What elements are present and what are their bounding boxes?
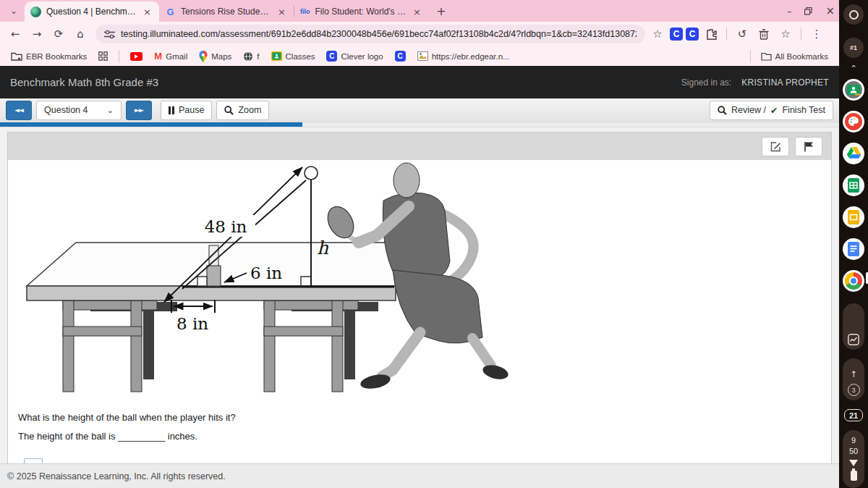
site-controls-icon[interactable] xyxy=(104,30,115,39)
tab-search-chevron-icon[interactable]: ⌄ xyxy=(4,1,23,20)
url-text: testing.illuminateed.com/assessment/691b… xyxy=(121,29,637,39)
answer-prefix: The height of the ball is xyxy=(18,431,115,442)
arts-palette-icon[interactable] xyxy=(843,111,864,132)
new-tab-button[interactable]: + xyxy=(432,1,451,20)
trash-icon[interactable] xyxy=(754,25,773,43)
magnifier-icon xyxy=(224,106,234,115)
flag-button[interactable] xyxy=(795,137,822,156)
answer-input[interactable] xyxy=(24,458,43,463)
globe-icon xyxy=(243,51,253,62)
question-panel-header xyxy=(8,132,831,160)
review-finish-button[interactable]: Review / ✔ Finish Test xyxy=(710,101,833,120)
tab-close-icon[interactable]: × xyxy=(141,7,153,17)
question-panel: 48 in h 6 in 8 in xyxy=(7,132,832,463)
bookmark-star-sparkle-icon[interactable]: ☆ xyxy=(776,25,795,43)
next-question-button[interactable]: ►► xyxy=(126,101,152,120)
bookmark-maps[interactable]: Maps xyxy=(195,49,235,64)
bookmark-gmail[interactable]: M Gmail xyxy=(150,49,191,63)
home-icon[interactable]: ⌂ xyxy=(71,25,90,43)
close-window-icon[interactable]: × xyxy=(825,4,835,17)
tab-close-icon[interactable]: × xyxy=(276,7,288,17)
flag-icon xyxy=(804,141,814,152)
classroom-icon[interactable] xyxy=(843,79,864,101)
extensions-puzzle-icon[interactable] xyxy=(702,25,720,43)
side-panel: #1 ⌃ ↑ 3 21 9 50 xyxy=(839,0,868,488)
clever-icon: C xyxy=(395,51,406,62)
minimize-icon[interactable]: – xyxy=(787,6,792,17)
tab-count-badge[interactable]: #1 xyxy=(843,38,864,58)
bookmark-folder-ebr[interactable]: EBR Bookmarks xyxy=(7,50,90,62)
bookmark-label: Classes xyxy=(286,52,315,61)
circle-outline-icon[interactable] xyxy=(843,4,864,25)
restore-icon[interactable] xyxy=(804,7,812,15)
bookmark-label: Clever logo xyxy=(341,52,383,61)
sheets-icon[interactable] xyxy=(843,174,864,196)
drive-icon[interactable] xyxy=(843,143,864,164)
tab-filo-student[interactable]: filo Filo Student: World's Only Live × xyxy=(294,1,429,22)
tab-label: Question 4 | Benchmark Math 8 xyxy=(46,7,137,17)
bookmark-f[interactable]: f xyxy=(239,50,263,63)
bookmark-youtube[interactable] xyxy=(127,51,146,62)
bookmark-label: EBR Bookmarks xyxy=(26,52,87,61)
net-label: 6 in xyxy=(250,264,282,282)
apps-grid-icon[interactable] xyxy=(95,50,111,62)
arrow-up-icon: ↑ xyxy=(850,369,857,379)
slides-icon[interactable] xyxy=(843,206,864,228)
previous-question-button[interactable]: ◄◄ xyxy=(6,101,32,120)
tab-close-icon[interactable]: × xyxy=(411,7,423,17)
bookmark-clever[interactable]: C Clever logo xyxy=(323,49,386,63)
right-angle-marker xyxy=(197,277,207,286)
wifi-icon xyxy=(849,460,858,466)
kebab-menu-icon[interactable]: ⋮ xyxy=(807,25,826,43)
navigation-toolbar: ← → ⟳ ⌂ testing.illuminateed.com/assessm… xyxy=(0,22,839,46)
question-prompt: What is the height of the ball when the … xyxy=(18,412,831,423)
notification-count: 3 xyxy=(848,384,860,396)
bookmark-classes[interactable]: Classes xyxy=(268,50,319,62)
base-label: 8 in xyxy=(176,314,208,333)
bookmark-star-icon[interactable]: ☆ xyxy=(648,25,667,43)
clever-extension-icon[interactable]: C xyxy=(686,28,699,41)
chart-app-icon[interactable] xyxy=(843,303,864,350)
forward-icon[interactable]: → xyxy=(27,25,46,43)
clever-extension-icon[interactable]: C xyxy=(670,28,683,41)
pause-label: Pause xyxy=(179,105,204,115)
chrome-icon[interactable] xyxy=(843,270,864,292)
clock-hour: 9 xyxy=(851,436,856,445)
history-icon[interactable]: ↺ xyxy=(733,25,752,43)
divider xyxy=(801,28,801,41)
test-toolbar: ◄◄ Question 4 ⌄ ►► Pause Zoom Review / ✔… xyxy=(0,98,839,122)
bookmark-label: Gmail xyxy=(166,52,187,61)
pause-button[interactable]: Pause xyxy=(161,101,212,120)
window-controls: – × xyxy=(787,0,835,22)
bookmark-clever-2[interactable]: C xyxy=(391,49,409,63)
back-icon[interactable]: ← xyxy=(6,25,25,43)
bookmark-label: Maps xyxy=(211,52,231,61)
address-bar[interactable]: testing.illuminateed.com/assessment/691b… xyxy=(95,25,645,43)
question-select-label: Question 4 xyxy=(44,105,88,115)
google-favicon-icon: G xyxy=(165,7,176,17)
badge-label: #1 xyxy=(850,44,857,51)
status-area[interactable]: 9 50 xyxy=(843,430,864,488)
bookmark-edgear[interactable]: https://ebr.edgear.n... xyxy=(414,50,514,62)
zoom-button[interactable]: Zoom xyxy=(216,101,269,120)
tab-label: Filo Student: World's Only Live xyxy=(315,7,407,17)
tab-question-4[interactable]: Question 4 | Benchmark Math 8 × xyxy=(25,1,159,22)
calendar-day: 21 xyxy=(849,411,858,420)
user-name: KRISTINA PROPHET xyxy=(741,77,829,88)
reload-icon[interactable]: ⟳ xyxy=(49,25,68,43)
clever-icon: C xyxy=(326,51,337,62)
image-icon xyxy=(417,51,428,61)
docs-icon[interactable] xyxy=(843,238,864,260)
notification-pill[interactable]: ↑ 3 xyxy=(843,358,864,400)
notes-button[interactable] xyxy=(762,137,789,156)
gmail-icon: M xyxy=(154,51,162,62)
all-bookmarks[interactable]: All Bookmarks xyxy=(757,51,833,62)
browser-window: ⌄ Question 4 | Benchmark Math 8 × G Tens… xyxy=(0,0,839,488)
chevron-up-icon[interactable]: ⌃ xyxy=(850,64,856,73)
answer-blank[interactable]: _________ xyxy=(118,431,165,442)
question-select[interactable]: Question 4 ⌄ xyxy=(36,101,122,120)
tab-strip: ⌄ Question 4 | Benchmark Math 8 × G Tens… xyxy=(0,0,839,22)
calendar-icon[interactable]: 21 xyxy=(844,409,863,421)
pause-icon xyxy=(169,106,174,114)
tab-tensions-rise[interactable]: G Tensions Rise Students identify × xyxy=(159,1,294,22)
